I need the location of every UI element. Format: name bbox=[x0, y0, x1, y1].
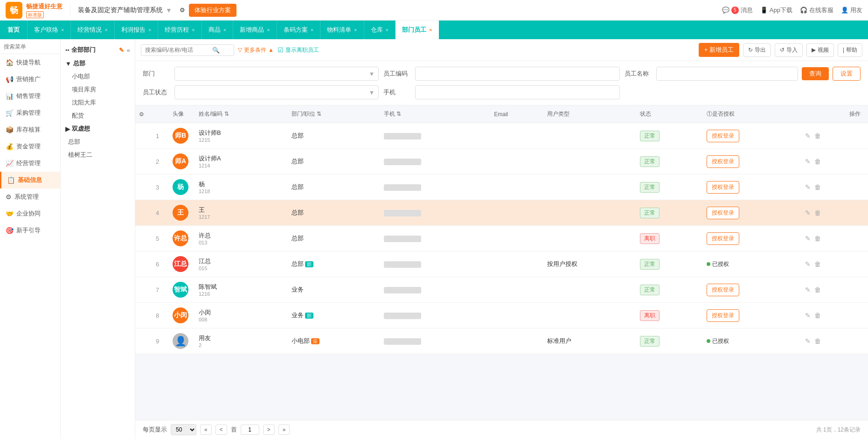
sidebar-item-quicknav[interactable]: 🏠 快捷导航 bbox=[0, 54, 60, 71]
delete-icon[interactable]: 🗑 bbox=[814, 286, 821, 293]
table-header-row: ⚙ 头像 姓名/编码 ⇅ 部门/职位 ⇅ 手机 ⇅ Email 用户类型 状态 … bbox=[135, 105, 868, 123]
sidebar-item-basic[interactable]: 📋 基础信息 bbox=[0, 172, 60, 188]
row-dept: 小电部应 bbox=[288, 328, 381, 354]
filter-btn[interactable]: ▽ 更多条件 ▲ bbox=[238, 46, 274, 54]
filter-dept-select[interactable]: ▼ bbox=[174, 67, 379, 81]
delete-icon[interactable]: 🗑 bbox=[814, 235, 821, 242]
tab-history[interactable]: 经营历程 × bbox=[158, 21, 201, 39]
tab-customer[interactable]: 客户联络 × bbox=[28, 21, 71, 39]
auth-btn[interactable]: 授权登录 bbox=[707, 207, 739, 219]
delete-icon[interactable]: 🗑 bbox=[814, 312, 821, 319]
col-settings[interactable]: ⚙ bbox=[135, 105, 152, 123]
sidebar-item-guide[interactable]: 🎯 新手引导 bbox=[0, 222, 60, 239]
delete-icon[interactable]: 🗑 bbox=[814, 183, 821, 191]
delete-icon[interactable]: 🗑 bbox=[814, 209, 821, 216]
row-action: ✎🗑 bbox=[801, 303, 868, 328]
delete-icon[interactable]: 🗑 bbox=[814, 158, 821, 165]
filter-status-select[interactable]: ▼ bbox=[174, 85, 379, 99]
auth-btn[interactable]: 授权登录 bbox=[707, 232, 739, 245]
export-btn[interactable]: ↻ 导出 bbox=[743, 43, 771, 57]
dept-collapse-icon[interactable]: « bbox=[127, 47, 130, 54]
filter-phone-input[interactable] bbox=[415, 85, 619, 99]
tab-profit[interactable]: 利润报告 × bbox=[115, 21, 158, 39]
sidebar-item-sales[interactable]: 📊 销售管理 bbox=[0, 88, 60, 105]
show-dimission-checkbox[interactable]: ☑ 显示离职员工 bbox=[278, 46, 319, 54]
sidebar-item-collab[interactable]: 🤝 企业协同 bbox=[0, 205, 60, 222]
tab-dept-staff[interactable]: 部门员工 × bbox=[396, 21, 439, 39]
edit-icon[interactable]: ✎ bbox=[805, 312, 811, 319]
filter-empcode-input[interactable] bbox=[415, 67, 619, 81]
last-page-btn[interactable]: » bbox=[278, 425, 290, 435]
dept-item-peihuo[interactable]: 配货 bbox=[61, 109, 135, 122]
query-btn[interactable]: 查询 bbox=[802, 67, 829, 80]
col-name[interactable]: 姓名/编码 ⇅ bbox=[195, 105, 288, 123]
tab-warehouse[interactable]: 仓库 × bbox=[364, 21, 396, 39]
dept-item-shenyang[interactable]: 沈阳大库 bbox=[61, 96, 135, 109]
dept-item-xiaodiandept[interactable]: 小电部 bbox=[61, 70, 135, 83]
tab-barcode[interactable]: 条码方案 × bbox=[277, 21, 320, 39]
row-settings-icon bbox=[135, 200, 152, 226]
tab-operation[interactable]: 经营情况 × bbox=[71, 21, 114, 39]
sidebar-item-purchase[interactable]: 🛒 采购管理 bbox=[0, 105, 60, 121]
dept-group-zongbu[interactable]: ▼ 总部 bbox=[61, 57, 135, 70]
filter-dept-row: 部门 ▼ bbox=[143, 67, 379, 81]
message-btn[interactable]: 💬 5 消息 bbox=[722, 6, 753, 14]
col-phone[interactable]: 手机 ⇅ bbox=[380, 105, 490, 123]
row-avatar: 小闵 bbox=[169, 303, 195, 328]
col-dept[interactable]: 部门/职位 ⇅ bbox=[288, 105, 381, 123]
dept-item-project[interactable]: 项目库房 bbox=[61, 83, 135, 96]
prev-page-btn[interactable]: < bbox=[215, 425, 227, 435]
filter-empname-input[interactable] bbox=[656, 67, 798, 81]
status-badge: 正常 bbox=[640, 285, 660, 295]
auth-btn[interactable]: 授权登录 bbox=[707, 309, 739, 322]
sidebar-search-input[interactable] bbox=[4, 43, 61, 50]
auth-btn[interactable]: 授权登录 bbox=[707, 181, 739, 194]
edit-icon[interactable]: ✎ bbox=[805, 158, 811, 165]
edit-icon[interactable]: ✎ bbox=[805, 235, 811, 242]
sidebar-item-mgmt[interactable]: 📈 经营管理 bbox=[0, 155, 60, 172]
sidebar-item-marketing[interactable]: 📢 营销推广 bbox=[0, 71, 60, 88]
edit-icon[interactable]: ✎ bbox=[805, 132, 811, 139]
first-page-btn[interactable]: « bbox=[200, 425, 212, 435]
help-btn[interactable]: | 帮助 bbox=[838, 43, 862, 57]
tab-home[interactable]: 首页 bbox=[0, 21, 28, 39]
delete-icon[interactable]: 🗑 bbox=[814, 260, 821, 268]
try-btn[interactable]: 体验行业方案 bbox=[189, 4, 236, 17]
tab-bom[interactable]: 物料清单 × bbox=[320, 21, 364, 39]
edit-icon[interactable]: ✎ bbox=[805, 286, 811, 293]
user-avatar[interactable]: 👤 用友 bbox=[841, 6, 862, 14]
edit-icon[interactable]: ✎ bbox=[805, 183, 811, 191]
import-btn[interactable]: ↺ 导入 bbox=[775, 43, 803, 57]
edit-icon[interactable]: ✎ bbox=[805, 209, 811, 216]
dept-item-zongbu2[interactable]: 总部 bbox=[61, 135, 135, 148]
auth-btn[interactable]: 授权登录 bbox=[707, 284, 739, 296]
row-avatar: 杨 bbox=[169, 174, 195, 200]
tab-goods[interactable]: 商品 × bbox=[202, 21, 233, 39]
delete-icon[interactable]: 🗑 bbox=[814, 132, 821, 139]
app-download-btn[interactable]: 📱 App下载 bbox=[760, 6, 792, 14]
dept-edit-icon[interactable]: ✎ bbox=[119, 47, 124, 54]
delete-icon[interactable]: 🗑 bbox=[814, 337, 821, 345]
next-page-btn[interactable]: > bbox=[263, 425, 275, 435]
online-service-btn[interactable]: 🎧 在线客服 bbox=[800, 6, 833, 14]
sidebar-item-system[interactable]: ⚙ 系统管理 bbox=[0, 188, 60, 205]
auth-btn[interactable]: 授权登录 bbox=[707, 130, 739, 142]
dept-item-zhishu[interactable]: 植树王二 bbox=[61, 148, 135, 161]
edit-icon[interactable]: ✎ bbox=[805, 260, 811, 268]
tab-new-goods[interactable]: 新增商品 × bbox=[233, 21, 277, 39]
set-btn[interactable]: 设置 bbox=[833, 67, 861, 81]
edit-icon[interactable]: ✎ bbox=[805, 337, 811, 345]
sidebar-item-inventory[interactable]: 📦 库存核算 bbox=[0, 121, 60, 138]
view-btn[interactable]: ▶ 视频 bbox=[806, 43, 834, 57]
page-input[interactable] bbox=[241, 425, 259, 435]
dept-group-shuangxu[interactable]: ▶ 双虚想 bbox=[61, 122, 135, 135]
search-input[interactable] bbox=[145, 47, 210, 53]
settings-icon[interactable]: ⚙ bbox=[180, 7, 185, 14]
auth-btn[interactable]: 授权登录 bbox=[707, 155, 739, 168]
per-page-select[interactable]: 50 20 100 bbox=[171, 424, 196, 435]
status-badge: 离职 bbox=[640, 233, 660, 244]
row-status: 正常 bbox=[636, 277, 703, 303]
add-employee-btn[interactable]: + 新增员工 bbox=[699, 43, 739, 57]
row-status: 正常 bbox=[636, 328, 703, 354]
sidebar-item-finance[interactable]: 💰 资金管理 bbox=[0, 138, 60, 155]
